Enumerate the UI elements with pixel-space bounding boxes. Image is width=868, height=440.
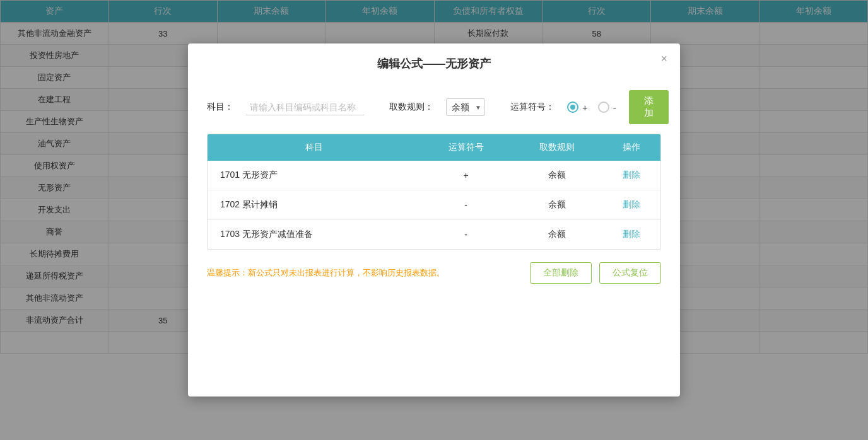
table-row: 1702 累计摊销-余额删除 [208, 190, 660, 220]
cell-action: 删除 [603, 220, 660, 250]
col-operator: 运算符号 [420, 134, 512, 161]
cell-subject: 1701 无形资产 [208, 161, 420, 190]
modal-footer: 温馨提示：新公式只对未出报表进行计算，不影响历史报表数据。 全部删除 公式复位 [188, 250, 680, 290]
cell-subject: 1703 无形资产减值准备 [208, 220, 420, 250]
delete-row-button[interactable]: 删除 [623, 199, 640, 211]
radio-plus-circle [567, 101, 578, 113]
col-rule: 取数规则 [512, 134, 603, 161]
rule-select-wrapper: 余额 [446, 98, 485, 116]
close-button[interactable]: × [660, 53, 667, 64]
table-header-row: 科目 运算符号 取数规则 操作 [208, 134, 660, 161]
modal-title: 编辑公式——无形资产 [377, 57, 491, 70]
modal-header: 编辑公式——无形资产 [188, 43, 680, 81]
cell-rule: 余额 [512, 161, 603, 190]
rule-label: 取数规则： [389, 101, 433, 113]
operator-radio-group: + - [567, 101, 616, 113]
col-action: 操作 [603, 134, 660, 161]
table-row: 1701 无形资产+余额删除 [208, 161, 660, 190]
add-button[interactable]: 添加 [629, 90, 669, 124]
form-row: 科目： 取数规则： 余额 运算符号： + - 添加 [188, 81, 680, 134]
modal-dialog: 编辑公式——无形资产 × 科目： 取数规则： 余额 运算符号： + - [188, 43, 680, 397]
operator-label: 运算符号： [510, 101, 554, 113]
data-table: 科目 运算符号 取数规则 操作 1701 无形资产+余额删除1702 累计摊销-… [207, 134, 661, 250]
rule-select[interactable]: 余额 [446, 98, 485, 116]
table-row: 1703 无形资产减值准备-余额删除 [208, 220, 660, 250]
cell-operator: - [420, 190, 512, 220]
radio-plus[interactable]: + [567, 101, 588, 113]
cell-operator: - [420, 220, 512, 250]
footer-tip: 温馨提示：新公式只对未出报表进行计算，不影响历史报表数据。 [207, 267, 445, 279]
subject-label: 科目： [207, 101, 233, 113]
cell-subject: 1702 累计摊销 [208, 190, 420, 220]
radio-minus-circle [598, 101, 609, 113]
col-subject: 科目 [208, 134, 420, 161]
subject-input[interactable] [246, 100, 364, 115]
delete-row-button[interactable]: 删除 [623, 229, 640, 240]
radio-minus-label: - [613, 102, 616, 113]
footer-actions: 全部删除 公式复位 [530, 262, 661, 284]
cell-rule: 余额 [512, 220, 603, 250]
cell-action: 删除 [603, 161, 660, 190]
reset-button[interactable]: 公式复位 [599, 262, 661, 284]
radio-plus-label: + [582, 102, 588, 113]
radio-minus[interactable]: - [598, 101, 616, 113]
cell-operator: + [420, 161, 512, 190]
modal-overlay: 编辑公式——无形资产 × 科目： 取数规则： 余额 运算符号： + - [0, 0, 868, 440]
delete-row-button[interactable]: 删除 [623, 170, 640, 181]
cell-action: 删除 [603, 190, 660, 220]
cell-rule: 余额 [512, 190, 603, 220]
delete-all-button[interactable]: 全部删除 [530, 262, 592, 284]
